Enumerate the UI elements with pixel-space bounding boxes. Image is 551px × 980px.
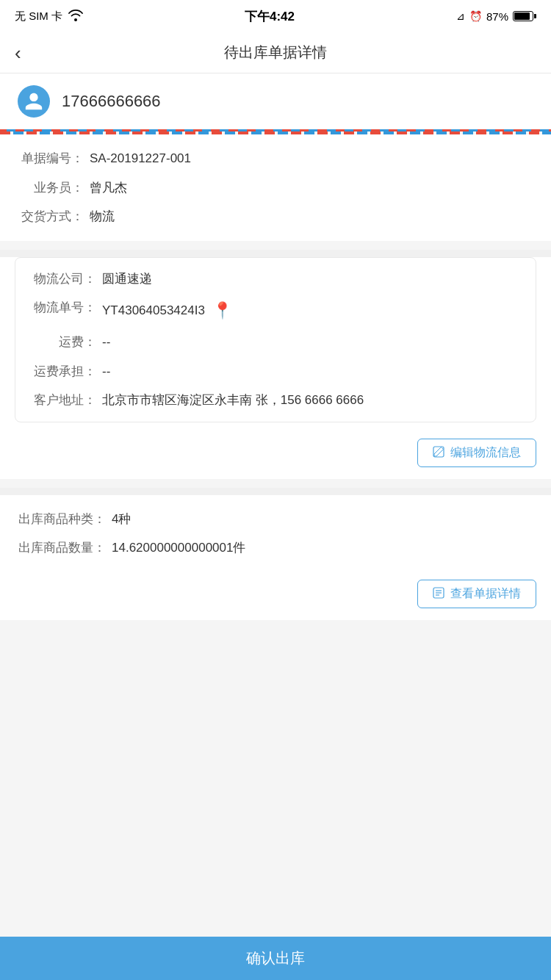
freight-bearer-row: 运费承担： -- xyxy=(30,362,521,381)
carrier-label: 无 SIM 卡 xyxy=(15,10,62,24)
status-time: 下午4:42 xyxy=(245,8,295,25)
customer-card: 17666666666 xyxy=(0,73,551,131)
category-row: 出库商品种类： 4种 xyxy=(18,510,533,529)
confirm-button[interactable]: 确认出库 xyxy=(0,948,551,968)
view-detail-area: 查看单据详情 xyxy=(0,572,551,620)
edit-icon xyxy=(433,446,444,460)
logistics-inner: 物流公司： 圆通速递 物流单号： YT43064053424I3 📍 运费： -… xyxy=(15,257,536,422)
separator-2 xyxy=(0,488,551,495)
avatar xyxy=(18,85,50,118)
quantity-label: 出库商品数量： xyxy=(18,538,106,558)
logistics-company-row: 物流公司： 圆通速递 xyxy=(30,270,521,289)
view-detail-button[interactable]: 查看单据详情 xyxy=(417,580,536,608)
battery-percent: 87% xyxy=(486,10,508,23)
status-right: ⊿ ⏰ 87% xyxy=(456,10,536,23)
wifi-icon xyxy=(68,10,83,24)
salesperson-value: 曾凡杰 xyxy=(90,179,533,198)
freight-row: 运费： -- xyxy=(30,333,521,352)
delivery-label: 交货方式： xyxy=(18,207,84,226)
document-info-inner: 单据编号： SA-20191227-001 业务员： 曾凡杰 交货方式： 物流 xyxy=(0,134,551,241)
category-label: 出库商品种类： xyxy=(18,510,106,529)
detail-icon xyxy=(433,587,444,601)
salesperson-label: 业务员： xyxy=(18,179,84,198)
tracking-value-container: YT43064053424I3 📍 xyxy=(102,298,521,323)
salesperson-row: 业务员： 曾凡杰 xyxy=(18,179,533,198)
category-value: 4种 xyxy=(112,510,533,529)
outbound-info-section: 出库商品种类： 4种 出库商品数量： 14.620000000000001件 xyxy=(0,495,551,620)
main-content: 17666666666 单据编号： SA-20191227-001 业务员： 曾… xyxy=(0,73,551,688)
freight-label: 运费： xyxy=(30,333,96,352)
tracking-row: 物流单号： YT43064053424I3 📍 xyxy=(30,298,521,323)
back-button[interactable]: ‹ xyxy=(15,43,21,62)
document-info-section: 单据编号： SA-20191227-001 业务员： 曾凡杰 交货方式： 物流 xyxy=(0,134,551,241)
address-value: 北京市市辖区海淀区永丰南 张，156 6666 6666 xyxy=(102,391,521,410)
doc-number-label: 单据编号： xyxy=(18,149,84,168)
logistics-company-value: 圆通速递 xyxy=(102,270,521,289)
edit-logistics-area: 编辑物流信息 xyxy=(0,431,551,479)
logistics-section: 物流公司： 圆通速递 物流单号： YT43064053424I3 📍 运费： -… xyxy=(0,257,551,479)
nav-bar: ‹ 待出库单据详情 xyxy=(0,32,551,73)
separator-1 xyxy=(0,250,551,257)
tracking-number: YT43064053424I3 xyxy=(102,301,205,320)
quantity-row: 出库商品数量： 14.620000000000001件 xyxy=(18,538,533,558)
view-detail-label: 查看单据详情 xyxy=(450,586,521,602)
doc-number-row: 单据编号： SA-20191227-001 xyxy=(18,149,533,168)
status-left: 无 SIM 卡 xyxy=(15,10,83,24)
edit-logistics-label: 编辑物流信息 xyxy=(450,445,521,461)
freight-bearer-value: -- xyxy=(102,362,521,381)
customer-phone: 17666666666 xyxy=(62,92,161,111)
quantity-value: 14.620000000000001件 xyxy=(112,538,533,558)
tracking-label: 物流单号： xyxy=(30,298,96,323)
freight-bearer-label: 运费承担： xyxy=(30,362,96,381)
logistics-company-label: 物流公司： xyxy=(30,270,96,289)
address-row: 客户地址： 北京市市辖区海淀区永丰南 张，156 6666 6666 xyxy=(30,391,521,410)
location-pin-icon[interactable]: 📍 xyxy=(212,298,232,323)
edit-logistics-button[interactable]: 编辑物流信息 xyxy=(417,439,536,467)
page-title: 待出库单据详情 xyxy=(224,43,327,62)
address-label: 客户地址： xyxy=(30,391,96,410)
alarm-icon: ⏰ xyxy=(469,10,482,22)
status-bar: 无 SIM 卡 下午4:42 ⊿ ⏰ 87% xyxy=(0,0,551,32)
freight-value: -- xyxy=(102,333,521,352)
doc-number-value: SA-20191227-001 xyxy=(90,149,533,168)
delivery-value: 物流 xyxy=(90,207,533,226)
outbound-inner: 出库商品种类： 4种 出库商品数量： 14.620000000000001件 xyxy=(0,495,551,572)
confirm-section: 确认出库 xyxy=(0,937,551,980)
location-status-icon: ⊿ xyxy=(456,10,465,22)
battery-icon xyxy=(513,11,536,21)
delivery-row: 交货方式： 物流 xyxy=(18,207,533,226)
